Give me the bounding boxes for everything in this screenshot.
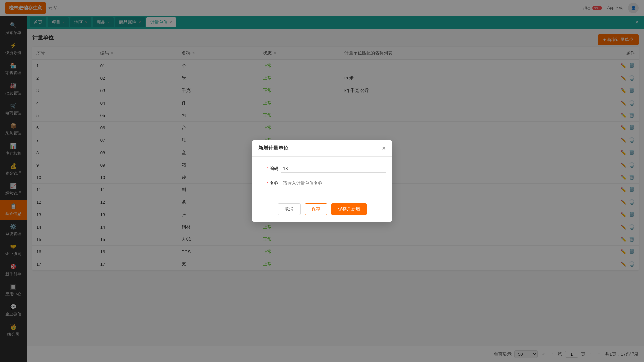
code-label: 编码 (258, 166, 278, 172)
modal-footer: 取消 保存 保存并新增 (252, 199, 392, 222)
name-input[interactable] (281, 179, 386, 187)
modal-header: 新增计量单位 × (252, 140, 392, 157)
code-form-row: 编码 18 (258, 165, 386, 173)
name-label: 名称 (258, 180, 278, 186)
modal-title: 新增计量单位 (258, 145, 288, 152)
save-button[interactable]: 保存 (305, 203, 327, 215)
name-form-row: 名称 (258, 179, 386, 187)
modal-close-button[interactable]: × (382, 145, 386, 152)
code-input[interactable]: 18 (281, 165, 386, 173)
save-and-new-button[interactable]: 保存并新增 (331, 203, 367, 215)
add-unit-modal: 新增计量单位 × 编码 18 名称 取消 保存 保存并新增 (252, 140, 392, 222)
modal-overlay[interactable]: 新增计量单位 × 编码 18 名称 取消 保存 保存并新增 (0, 0, 644, 362)
cancel-button[interactable]: 取消 (278, 203, 301, 215)
modal-body: 编码 18 名称 (252, 157, 392, 199)
